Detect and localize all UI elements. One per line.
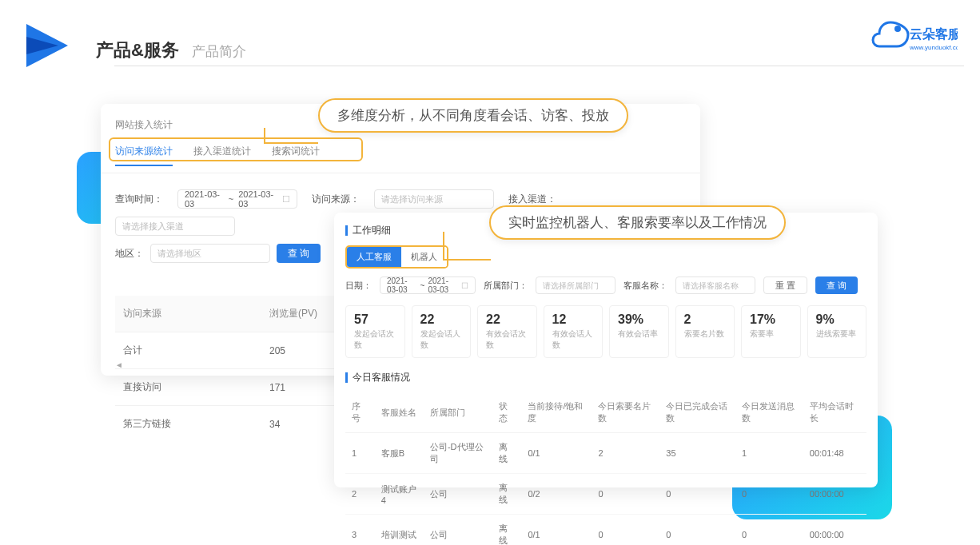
tab-source-stats[interactable]: 访问来源统计 [115, 145, 173, 166]
label-channel: 接入渠道： [508, 193, 556, 206]
tab-channel-stats[interactable]: 接入渠道统计 [193, 145, 251, 166]
scroll-left-icon[interactable]: ◄ [115, 360, 123, 369]
stat-card: 9%进线索要率 [807, 305, 867, 358]
svg-point-2 [894, 26, 901, 32]
calendar-icon: ☐ [461, 281, 468, 290]
block-title-work: 工作明细 [353, 224, 391, 237]
page-title: 产品&服务 [96, 38, 179, 62]
stat-card: 22发起会话人数 [412, 305, 472, 358]
accent-bar [345, 225, 348, 236]
channel-input[interactable] [115, 217, 235, 236]
divider [114, 66, 964, 66]
date-range-input[interactable]: 2021-03-03 ~ 2021-03-03 ☐ [177, 189, 297, 209]
stat-card: 22有效会话次数 [477, 305, 537, 358]
stat-card: 57发起会话次数 [345, 305, 405, 358]
stat-card: 17%索要率 [741, 305, 801, 358]
reset-button[interactable]: 重 置 [763, 276, 807, 294]
stats-row: 57发起会话次数 22发起会话人数 22有效会话次数 12有效会话人数 39%有… [345, 305, 866, 358]
page-subtitle: 产品简介 [192, 42, 246, 61]
svg-text:www.yunduokf.com: www.yunduokf.com [909, 44, 958, 51]
label-date: 日期： [345, 280, 372, 292]
segment-control: 人工客服 机器人 [345, 245, 448, 269]
play-icon [20, 19, 73, 72]
calendar-icon: ☐ [282, 194, 290, 205]
panel-work-detail: 工作明细 人工客服 机器人 日期： 2021-03-03 ~ 2021-03-0… [334, 213, 878, 487]
callout-monitoring: 实时监控机器人、客服索要率以及工作情况 [489, 205, 786, 240]
stat-card: 12有效会话人数 [544, 305, 604, 358]
table-row: 3培训测试公司离线0/100000:00:00 [345, 515, 866, 546]
agent-input[interactable] [675, 276, 755, 294]
table-row: 1客服B公司-D代理公司离线0/1235100:01:48 [345, 433, 866, 474]
callout-connector [443, 232, 491, 261]
svg-text:云朵客服: 云朵客服 [910, 26, 958, 41]
label-dept: 所属部门： [484, 280, 528, 292]
query-button[interactable]: 查 询 [277, 244, 321, 263]
query-button[interactable]: 查 询 [815, 276, 858, 294]
stat-card: 2索要名片数 [675, 305, 735, 358]
block-title-today: 今日客服情况 [353, 371, 410, 384]
accent-bar [345, 372, 348, 383]
label-source: 访问来源： [312, 193, 360, 206]
seg-human[interactable]: 人工客服 [347, 247, 401, 267]
label-agent: 客服名称： [623, 280, 667, 292]
callout-connector [264, 128, 318, 144]
label-query-time: 查询时间： [115, 193, 163, 206]
table-header-row: 序号客服姓名所属部门状态当前接待/饱和度今日索要名片数今日已完成会话数今日发送消… [345, 392, 866, 433]
table-row: 2测试账户4公司离线0/200000:00:00 [345, 474, 866, 515]
brand-logo: 云朵客服 www.yunduokf.com [870, 16, 958, 61]
source-input[interactable] [374, 189, 494, 209]
tab-search-stats[interactable]: 搜索词统计 [272, 145, 320, 166]
region-input[interactable] [150, 244, 270, 263]
label-region: 地区： [115, 247, 144, 261]
agent-table: 序号客服姓名所属部门状态当前接待/饱和度今日索要名片数今日已完成会话数今日发送消… [345, 392, 866, 545]
dept-input[interactable] [536, 276, 615, 294]
stat-card: 39%有效会话率 [609, 305, 669, 358]
date-range-input[interactable]: 2021-03-03 ~ 2021-03-03 ☐ [380, 276, 476, 294]
callout-analysis: 多维度分析，从不同角度看会话、访客、投放 [318, 98, 628, 133]
seg-robot[interactable]: 机器人 [401, 247, 447, 267]
